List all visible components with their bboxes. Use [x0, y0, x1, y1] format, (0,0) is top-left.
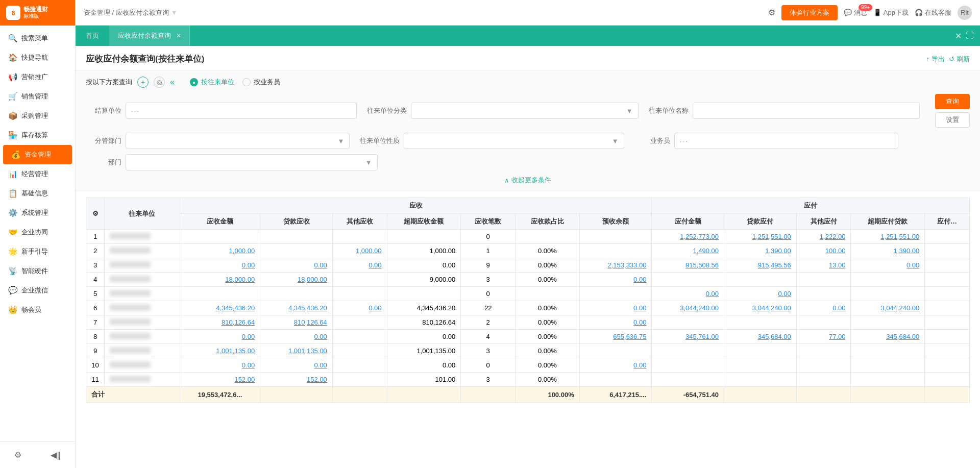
row-other-payable [796, 358, 851, 373]
sidebar-item-purchase[interactable]: 📦 采购管理 [0, 106, 75, 126]
tab-close-icon[interactable]: ✕ [176, 32, 181, 39]
collapse-button[interactable]: ∧ 收起更多条件 [504, 176, 551, 185]
sidebar-collapse-btn[interactable]: ◀‖ [44, 446, 67, 464]
setting-button[interactable]: 设置 [935, 112, 970, 128]
sidebar-item-finance[interactable]: 💰 资金管理 [3, 145, 72, 164]
sidebar-item-label: 快捷导航 [21, 53, 48, 62]
sidebar-item-label: 采购管理 [21, 111, 48, 120]
user-avatar[interactable]: Rit [958, 6, 972, 20]
sidebar-item-quick[interactable]: 🏠 快捷导航 [0, 48, 75, 67]
app-download-button[interactable]: 📱 App下载 [873, 8, 909, 17]
th-receivable-count: 应收笔数 [461, 214, 516, 230]
filter-field-unit-name: 往来单位名称 [649, 103, 920, 119]
sidebar-item-search[interactable]: 🔍 搜索菜单 [0, 29, 75, 48]
filter-schema-button[interactable]: ◎ [154, 77, 165, 88]
sidebar-item-sales[interactable]: 🛒 销售管理 [0, 87, 75, 106]
query-button[interactable]: 查询 [935, 94, 970, 109]
row-loan-receivable [260, 244, 333, 258]
sidebar-item-label: 销售管理 [21, 92, 48, 101]
row-payable-more [925, 330, 970, 344]
row-company [105, 358, 180, 373]
row-payable-amount [652, 315, 724, 330]
row-receivable-count: 3 [461, 273, 516, 287]
refresh-button[interactable]: ↺ 刷新 [949, 55, 970, 64]
marketing-icon: 📢 [8, 72, 17, 82]
th-company: 往来单位 [105, 198, 180, 230]
main-area: 资金管理 / 应收应付余额查询 ▼ ⚙ 体验行业方案 💬 消息 99+ 📱 Ap… [76, 0, 980, 468]
row-overdue-receivable: 1,001,135.00 [387, 344, 461, 358]
enterprise-icon: 🤝 [8, 228, 17, 237]
export-label: 导出 [932, 55, 945, 64]
filter-area: 按以下方案查询 + ◎ « ● 按往来单位 按业务员 [76, 70, 980, 191]
row-loan-payable [724, 344, 797, 358]
basic-icon: 📋 [8, 189, 17, 198]
filter-by-staff-label: 按业务员 [254, 78, 280, 87]
online-service-button[interactable]: 🎧 在线客服 [915, 8, 951, 17]
settlement-input[interactable]: ··· [126, 103, 357, 119]
row-other-receivable: 0.00 [332, 301, 387, 315]
row-company [105, 330, 180, 344]
th-other-receivable: 其他应收 [332, 214, 387, 230]
filter-option-by-unit[interactable]: ● 按往来单位 [190, 78, 234, 87]
tab-query[interactable]: 应收应付余额查询 ✕ [110, 26, 190, 46]
row-loan-receivable: 0.00 [260, 330, 333, 344]
row-loan-payable: 915,495.56 [724, 258, 797, 273]
row-loan-payable: 345,684.00 [724, 330, 797, 344]
sidebar-item-enterprise[interactable]: 🤝 企业协同 [0, 223, 75, 242]
warehouse-icon: 🏪 [8, 131, 17, 140]
tab-home[interactable]: 首页 [76, 26, 110, 46]
service-label: 在线客服 [925, 8, 951, 17]
row-receivable-ratio: 0.00% [516, 330, 580, 344]
tab-expand-icon[interactable]: ⛶ [966, 31, 974, 40]
filter-option-by-staff[interactable]: 按业务员 [242, 78, 280, 87]
filter-field-unit-nature: 往来单位性质 ▼ [360, 133, 624, 149]
sidebar-item-warehouse[interactable]: 🏪 库存核算 [0, 126, 75, 145]
row-payable-amount: 345,761.00 [652, 330, 724, 344]
row-other-receivable [332, 344, 387, 358]
unit-name-input[interactable] [693, 103, 920, 119]
row-prepaid-balance: 655,636.75 [579, 330, 652, 344]
row-overdue-receivable: 810,126.64 [387, 315, 461, 330]
row-receivable-ratio: 0.00% [516, 244, 580, 258]
sidebar-item-system[interactable]: ⚙️ 系统管理 [0, 203, 75, 223]
hardware-icon: 📡 [8, 266, 17, 276]
gear-icon[interactable]: ⚙ [768, 8, 775, 17]
row-loan-receivable [260, 287, 333, 301]
message-button[interactable]: 💬 消息 99+ [844, 8, 867, 17]
row-loan-receivable: 152.00 [260, 373, 333, 387]
sidebar-logo: 6 畅捷通财 标准版 [0, 0, 75, 26]
sidebar-item-basic[interactable]: 📋 基础信息 [0, 184, 75, 203]
row-overdue-payable [851, 287, 925, 301]
sidebar-settings-btn[interactable]: ⚙ [8, 446, 28, 464]
tab-close-window-icon[interactable]: ✕ [955, 31, 962, 41]
solution-button[interactable]: 体验行业方案 [781, 5, 838, 20]
tab-bar: 首页 应收应付余额查询 ✕ ✕ ⛶ [76, 26, 980, 46]
staff-label: 业务员 [634, 136, 670, 145]
row-company [105, 273, 180, 287]
th-settings[interactable]: ⚙ [86, 198, 105, 230]
footer-prepaid-balance: 6,417,215.... [579, 387, 652, 403]
sidebar-item-hardware[interactable]: 📡 智能硬件 [0, 261, 75, 281]
top-header: 资金管理 / 应收应付余额查询 ▼ ⚙ 体验行业方案 💬 消息 99+ 📱 Ap… [76, 0, 980, 26]
department-select[interactable]: ▼ [126, 154, 378, 170]
sidebar-item-guide[interactable]: 🌟 新手引导 [0, 242, 75, 261]
staff-dots: ··· [680, 137, 689, 145]
unit-type-select[interactable]: ▼ [411, 103, 638, 119]
export-button[interactable]: ↑ 导出 [926, 55, 945, 64]
filter-add-button[interactable]: + [137, 77, 149, 88]
table-row: 9 1,001,135.00 1,001,135.00 1,001,135.00… [86, 344, 970, 358]
sidebar-item-wechat[interactable]: 💬 企业微信 [0, 281, 75, 300]
unit-nature-select[interactable]: ▼ [404, 133, 624, 149]
row-overdue-payable: 0.00 [851, 258, 925, 273]
logo-icon: 6 [6, 6, 20, 20]
sidebar-item-operation[interactable]: 📊 经营管理 [0, 164, 75, 184]
dept-select[interactable]: ▼ [126, 133, 350, 149]
filter-field-unit-type: 往来单位分类 ▼ [367, 103, 638, 119]
staff-input[interactable]: ··· [674, 133, 898, 149]
sidebar-item-marketing[interactable]: 📢 营销推广 [0, 67, 75, 87]
row-payable-more [925, 373, 970, 387]
sidebar-item-member[interactable]: 👑 畅会员 [0, 300, 75, 319]
row-company [105, 230, 180, 244]
table-row: 7 810,126.64 810,126.64 810,126.64 2 0.0… [86, 315, 970, 330]
filter-collapse-toggle[interactable]: « [170, 78, 175, 87]
